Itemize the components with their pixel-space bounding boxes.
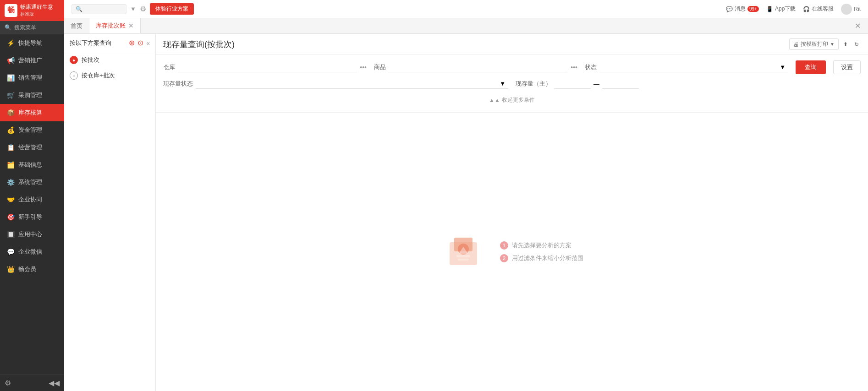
svg-rect-5 bbox=[458, 259, 469, 261]
sidebar-item-guide[interactable]: 🎯 新手引导 bbox=[0, 208, 64, 226]
status-filter-group: 状态 ▼ bbox=[585, 62, 788, 72]
empty-tips: 1 请先选择要分析的方案 2 用过滤条件来缩小分析范围 bbox=[500, 241, 583, 262]
print-label: 按模板打印 bbox=[801, 40, 828, 48]
page-content: 按以下方案查询 ⊕ ⊙ « ● 按批次 ○ 按仓库+批次 现存量查询(按批次) bbox=[64, 34, 868, 391]
topbar-left: 🔍 ▼ ⚙ 体验行业方案 bbox=[71, 3, 194, 15]
tab-home[interactable]: 首页 bbox=[64, 18, 89, 33]
message-icon: 💬 bbox=[726, 6, 733, 12]
sidebar-item-finance[interactable]: 💰 资金管理 bbox=[0, 121, 64, 139]
refresh-btn[interactable]: ↻ bbox=[854, 41, 861, 48]
stock-status-select[interactable]: ▼ bbox=[196, 79, 508, 89]
collapse-sidebar-icon[interactable]: ◀◀ bbox=[49, 379, 60, 387]
status-dropdown-icon: ▼ bbox=[780, 64, 786, 71]
service-icon: 🎧 bbox=[803, 6, 810, 12]
warehouse-label: 仓库 bbox=[163, 63, 175, 71]
query-btn[interactable]: 查询 bbox=[796, 60, 826, 74]
settings-btn[interactable]: 设置 bbox=[833, 60, 861, 74]
warehouse-filter-group: 仓库 ••• bbox=[163, 62, 367, 72]
plan-item-by-warehouse-batch[interactable]: ○ 按仓库+批次 bbox=[64, 68, 155, 83]
app-download-btn[interactable]: 📱 App下载 bbox=[766, 5, 796, 13]
warehouse-more-icon[interactable]: ••• bbox=[360, 64, 367, 71]
left-panel-title: 按以下方案查询 bbox=[70, 39, 111, 47]
sidebar-search[interactable]: 🔍 搜索菜单 bbox=[0, 21, 64, 34]
status-select[interactable]: ▼ bbox=[599, 62, 788, 72]
export-btn[interactable]: ⬆ bbox=[843, 41, 850, 48]
online-service-btn[interactable]: 🎧 在线客服 bbox=[803, 5, 834, 13]
user-avatar bbox=[841, 4, 852, 15]
sidebar-item-inventory[interactable]: 📦 库存核算 bbox=[0, 104, 64, 121]
sidebar-item-label: 畅会员 bbox=[18, 265, 36, 273]
basic-icon: 🗂️ bbox=[6, 161, 15, 169]
sidebar-item-basic[interactable]: 🗂️ 基础信息 bbox=[0, 156, 64, 174]
messages-btn[interactable]: 💬 消息 99+ bbox=[726, 5, 759, 13]
topbar: 🔍 ▼ ⚙ 体验行业方案 💬 消息 99+ 📱 App下载 🎧 在线客服 Ri bbox=[64, 0, 868, 18]
plan-label-by-warehouse-batch: 按仓库+批次 bbox=[82, 71, 115, 80]
left-panel: 按以下方案查询 ⊕ ⊙ « ● 按批次 ○ 按仓库+批次 bbox=[64, 34, 156, 391]
page-title: 现存量查询(按批次) bbox=[163, 39, 235, 50]
stock-amount-min[interactable] bbox=[554, 79, 591, 89]
product-filter-group: 商品 ••• bbox=[374, 62, 577, 72]
guide-icon: 🎯 bbox=[6, 213, 15, 221]
stock-status-group: 现存量状态 ▼ bbox=[163, 79, 508, 89]
collapse-icon: ▲▲ bbox=[489, 97, 500, 103]
finance-icon: 💰 bbox=[6, 126, 15, 134]
sidebar-item-enterprise[interactable]: 🤝 企业协同 bbox=[0, 191, 64, 208]
user-profile-btn[interactable]: Rit bbox=[841, 4, 861, 15]
sidebar-item-apps[interactable]: 🔲 应用中心 bbox=[0, 226, 64, 243]
plan-label-by-batch: 按批次 bbox=[82, 56, 99, 64]
page-close-btn[interactable]: ✕ bbox=[847, 22, 868, 30]
wechat-icon: 💬 bbox=[6, 248, 15, 256]
sidebar-item-purchase[interactable]: 🛒 采购管理 bbox=[0, 87, 64, 104]
sidebar-item-label: 新手引导 bbox=[18, 213, 42, 221]
filter-row-1: 仓库 ••• 商品 ••• 状态 ▼ bbox=[163, 60, 861, 74]
svg-rect-4 bbox=[456, 255, 470, 257]
sidebar-item-wechat[interactable]: 💬 企业微信 bbox=[0, 243, 64, 261]
settings-icon[interactable]: ⚙ bbox=[5, 379, 11, 387]
add-plan-icon[interactable]: ⊕ bbox=[129, 38, 135, 47]
sidebar-item-sales[interactable]: 📊 销售管理 bbox=[0, 69, 64, 87]
print-btn[interactable]: 🖨 按模板打印 ▼ bbox=[789, 38, 839, 50]
sidebar-item-system[interactable]: ⚙️ 系统管理 bbox=[0, 174, 64, 191]
tip-num-1: 1 bbox=[500, 241, 508, 250]
product-input[interactable] bbox=[389, 62, 568, 72]
sidebar-item-quick-nav[interactable]: ⚡ 快捷导航 bbox=[0, 34, 64, 52]
apps-icon: 🔲 bbox=[6, 230, 15, 239]
topbar-settings-icon[interactable]: ⚙ bbox=[140, 5, 146, 13]
plan-item-by-batch[interactable]: ● 按批次 bbox=[64, 52, 155, 68]
enterprise-icon: 🤝 bbox=[6, 196, 15, 204]
sidebar-item-label: 应用中心 bbox=[18, 230, 42, 239]
warehouse-input[interactable] bbox=[178, 62, 357, 72]
tab-close-icon[interactable]: ✕ bbox=[128, 22, 134, 29]
search-icon: 🔍 bbox=[5, 24, 11, 31]
tip-text-2: 用过滤条件来缩小分析范围 bbox=[512, 254, 583, 262]
tab-inventory-batch[interactable]: 库存批次账 ✕ bbox=[89, 18, 141, 33]
plan-icon-red: ● bbox=[70, 56, 78, 64]
collapse-label: 收起更多条件 bbox=[502, 96, 535, 104]
collapse-panel-icon[interactable]: « bbox=[146, 39, 150, 47]
messages-label: 消息 bbox=[735, 5, 746, 13]
stock-amount-max[interactable] bbox=[602, 79, 639, 89]
purchase-icon: 🛒 bbox=[6, 91, 15, 99]
operation-icon: 📋 bbox=[6, 143, 15, 152]
product-more-icon[interactable]: ••• bbox=[571, 64, 577, 71]
online-service-label: 在线客服 bbox=[812, 5, 834, 13]
sidebar-item-label: 库存核算 bbox=[18, 109, 42, 117]
topbar-right: 💬 消息 99+ 📱 App下载 🎧 在线客服 Rit bbox=[726, 4, 861, 15]
app-info: 畅康通好生意 标准版 bbox=[20, 4, 53, 17]
empty-state: 1 请先选择要分析的方案 2 用过滤条件来缩小分析范围 bbox=[156, 113, 868, 391]
sidebar-item-operation[interactable]: 📋 经营管理 bbox=[0, 139, 64, 156]
plan-icon-gray: ○ bbox=[70, 71, 78, 80]
sidebar-item-member[interactable]: 👑 畅会员 bbox=[0, 261, 64, 278]
settings-plan-icon[interactable]: ⊙ bbox=[137, 38, 143, 47]
sidebar-item-label: 营销推广 bbox=[18, 56, 42, 65]
collapse-filter-btn[interactable]: ▲▲ 收起更多条件 bbox=[163, 93, 861, 107]
print-dropdown-icon: ▼ bbox=[830, 42, 835, 47]
sidebar-item-marketing[interactable]: 📢 营销推广 bbox=[0, 52, 64, 69]
experience-btn[interactable]: 体验行业方案 bbox=[150, 3, 194, 15]
topbar-dropdown-icon[interactable]: ▼ bbox=[130, 5, 136, 12]
sidebar-item-label: 采购管理 bbox=[18, 91, 42, 99]
quick-nav-icon: ⚡ bbox=[6, 39, 15, 47]
app-download-label: App下载 bbox=[775, 5, 796, 13]
left-panel-actions: ⊕ ⊙ « bbox=[129, 38, 150, 47]
search-label: 搜索菜单 bbox=[14, 24, 36, 32]
